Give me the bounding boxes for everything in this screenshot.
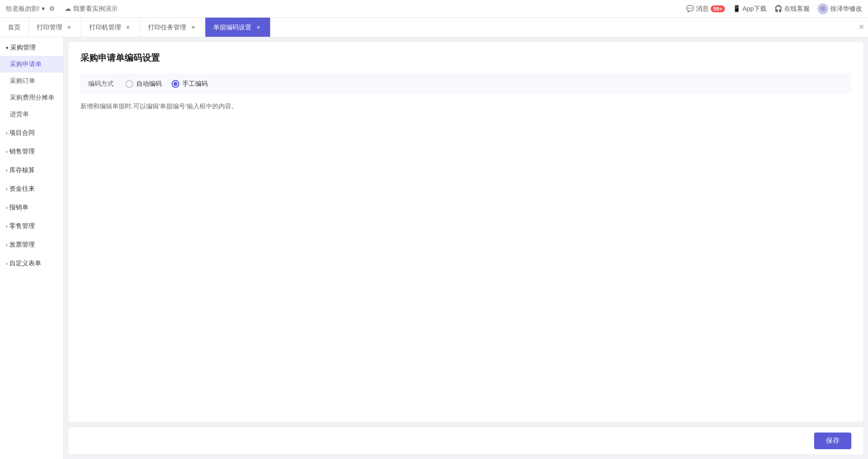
tab-printer-management[interactable]: 打印机管理 × bbox=[81, 18, 140, 37]
radio-group: 自动编码 手工编码 bbox=[125, 79, 208, 88]
sidebar-group-procurement-label: 采购管理 bbox=[10, 43, 36, 52]
dropdown-icon[interactable]: ▾ bbox=[42, 5, 45, 12]
avatar-icon: 徐 bbox=[818, 3, 828, 14]
message-button[interactable]: 💬 消息 99+ bbox=[686, 4, 725, 13]
radio-auto-circle bbox=[125, 80, 133, 88]
save-button[interactable]: 保存 bbox=[814, 433, 851, 449]
sidebar-group-sales-label: 销售管理 bbox=[9, 147, 35, 156]
logo-area: 给老板勿割! ▾ ⚙ bbox=[6, 4, 55, 13]
tab-bar: 首页 打印管理 × 打印机管理 × 打印任务管理 × 单据编码设置 × × bbox=[0, 18, 868, 37]
top-bar-left: 给老板勿割! ▾ ⚙ ☁ 我要看实例演示 bbox=[6, 4, 118, 13]
tab-printer-management-label: 打印机管理 bbox=[89, 23, 121, 32]
sidebar-group-contract-label: 项目合同 bbox=[9, 128, 35, 137]
main-content: 采购申请单编码设置 编码方式 自动编码 手工编码 新增和编辑单据时,可以编辑'单… bbox=[64, 37, 868, 459]
user-name: 徐泽华修改 bbox=[830, 4, 862, 13]
expand-icon-sales: › bbox=[6, 149, 7, 154]
tab-home-label: 首页 bbox=[8, 23, 21, 32]
sidebar: ▾ 采购管理 采购申请单 采购订单 采购费用分摊单 进货单 › 项目合同 bbox=[0, 37, 64, 459]
sidebar-group-custom-form: › 自定义表单 bbox=[0, 255, 63, 272]
demo-text: 我要看实例演示 bbox=[73, 4, 118, 13]
tab-print-management-close[interactable]: × bbox=[65, 24, 73, 31]
sidebar-group-contract-title[interactable]: › 项目合同 bbox=[0, 125, 63, 141]
tab-barcode-settings-close[interactable]: × bbox=[254, 24, 262, 31]
sidebar-group-inventory-label: 库存核算 bbox=[9, 166, 35, 175]
sidebar-item-purchase-receipt[interactable]: 进货单 bbox=[0, 106, 63, 123]
sidebar-group-contract: › 项目合同 bbox=[0, 125, 63, 141]
app-download-button[interactable]: 📱 App下载 bbox=[733, 4, 767, 13]
encode-method-section: 编码方式 自动编码 手工编码 bbox=[80, 74, 851, 94]
sidebar-group-custom-form-label: 自定义表单 bbox=[9, 259, 41, 268]
radio-manual[interactable]: 手工编码 bbox=[172, 79, 208, 88]
radio-auto[interactable]: 自动编码 bbox=[125, 79, 162, 88]
expand-icon-contract: › bbox=[6, 130, 7, 136]
tab-barcode-settings[interactable]: 单据编码设置 × bbox=[205, 18, 271, 37]
expand-icon-expense: › bbox=[6, 205, 7, 210]
app-download-label: App下载 bbox=[743, 4, 767, 13]
user-menu-button[interactable]: 徐 徐泽华修改 bbox=[818, 3, 862, 14]
sidebar-group-expense: › 报销单 bbox=[0, 199, 63, 216]
demo-area[interactable]: ☁ 我要看实例演示 bbox=[65, 4, 118, 13]
tab-barcode-settings-label: 单据编码设置 bbox=[213, 23, 251, 32]
tab-print-task[interactable]: 打印任务管理 × bbox=[140, 18, 205, 37]
cloud-icon: ☁ bbox=[65, 5, 71, 12]
radio-manual-circle bbox=[172, 80, 179, 88]
tab-print-management[interactable]: 打印管理 × bbox=[29, 18, 81, 37]
sidebar-item-purchase-order-label: 采购订单 bbox=[10, 77, 35, 84]
tab-printer-management-close[interactable]: × bbox=[124, 24, 132, 31]
headset-icon: 🎧 bbox=[774, 5, 782, 12]
sidebar-group-invoice-title[interactable]: › 发票管理 bbox=[0, 236, 63, 253]
sidebar-group-retail: › 零售管理 bbox=[0, 218, 63, 234]
sidebar-group-capital-label: 资金往来 bbox=[9, 184, 35, 193]
tab-print-task-label: 打印任务管理 bbox=[148, 23, 186, 32]
sidebar-group-sales: › 销售管理 bbox=[0, 143, 63, 160]
sidebar-group-invoice-label: 发票管理 bbox=[9, 240, 35, 249]
sidebar-group-inventory: › 库存核算 bbox=[0, 162, 63, 178]
sidebar-item-purchase-request[interactable]: 采购申请单 bbox=[0, 56, 63, 73]
expand-icon-capital: › bbox=[6, 186, 7, 192]
message-badge: 99+ bbox=[711, 5, 725, 12]
message-icon: 💬 bbox=[686, 5, 694, 12]
sidebar-group-expense-title[interactable]: › 报销单 bbox=[0, 199, 63, 216]
message-label: 消息 bbox=[696, 4, 709, 13]
online-service-label: 在线客服 bbox=[784, 4, 810, 13]
sidebar-item-purchase-expense-label: 采购费用分摊单 bbox=[10, 94, 54, 101]
main-layout: ▾ 采购管理 采购申请单 采购订单 采购费用分摊单 进货单 › 项目合同 bbox=[0, 37, 868, 459]
bottom-bar: 保存 bbox=[69, 427, 863, 454]
sidebar-group-procurement-title[interactable]: ▾ 采购管理 bbox=[0, 39, 63, 56]
sidebar-group-capital: › 资金往来 bbox=[0, 180, 63, 197]
expand-icon-retail: › bbox=[6, 224, 7, 229]
tab-print-management-label: 打印管理 bbox=[37, 23, 62, 32]
sidebar-item-purchase-expense[interactable]: 采购费用分摊单 bbox=[0, 89, 63, 106]
radio-auto-label: 自动编码 bbox=[136, 79, 162, 88]
online-service-button[interactable]: 🎧 在线客服 bbox=[774, 4, 810, 13]
sidebar-item-purchase-request-label: 采购申请单 bbox=[10, 60, 42, 68]
collapse-icon: ▾ bbox=[6, 45, 8, 51]
tab-home[interactable]: 首页 bbox=[0, 18, 29, 37]
hint-text: 新增和编辑单据时,可以编辑'单据编号'输入框中的内容。 bbox=[80, 102, 851, 111]
top-bar-right: 💬 消息 99+ 📱 App下载 🎧 在线客服 徐 徐泽华修改 bbox=[686, 3, 862, 14]
sidebar-group-retail-title[interactable]: › 零售管理 bbox=[0, 218, 63, 234]
sidebar-item-purchase-order[interactable]: 采购订单 bbox=[0, 73, 63, 89]
sidebar-group-capital-title[interactable]: › 资金往来 bbox=[0, 180, 63, 197]
tab-print-task-close[interactable]: × bbox=[189, 24, 197, 31]
tab-bar-spacer: × bbox=[271, 18, 868, 37]
settings-icon[interactable]: ⚙ bbox=[49, 5, 55, 12]
sidebar-group-inventory-title[interactable]: › 库存核算 bbox=[0, 162, 63, 178]
sidebar-group-procurement: ▾ 采购管理 采购申请单 采购订单 采购费用分摊单 进货单 bbox=[0, 39, 63, 123]
logo-text: 给老板勿割! bbox=[6, 4, 40, 13]
top-bar: 给老板勿割! ▾ ⚙ ☁ 我要看实例演示 💬 消息 99+ 📱 App下载 🎧 … bbox=[0, 0, 868, 18]
sidebar-group-expense-label: 报销单 bbox=[9, 203, 28, 212]
page-title: 采购申请单编码设置 bbox=[80, 52, 851, 64]
sidebar-group-invoice: › 发票管理 bbox=[0, 236, 63, 253]
sidebar-group-sales-title[interactable]: › 销售管理 bbox=[0, 143, 63, 160]
content-area: 采购申请单编码设置 编码方式 自动编码 手工编码 新增和编辑单据时,可以编辑'单… bbox=[69, 42, 863, 422]
mobile-icon: 📱 bbox=[733, 5, 741, 12]
expand-icon-custom-form: › bbox=[6, 261, 7, 266]
expand-icon-inventory: › bbox=[6, 168, 7, 173]
close-all-icon[interactable]: × bbox=[859, 22, 864, 32]
encode-method-label: 编码方式 bbox=[88, 79, 114, 88]
sidebar-group-retail-label: 零售管理 bbox=[9, 222, 35, 230]
sidebar-item-purchase-receipt-label: 进货单 bbox=[10, 110, 29, 118]
sidebar-group-custom-form-title[interactable]: › 自定义表单 bbox=[0, 255, 63, 272]
expand-icon-invoice: › bbox=[6, 242, 7, 248]
